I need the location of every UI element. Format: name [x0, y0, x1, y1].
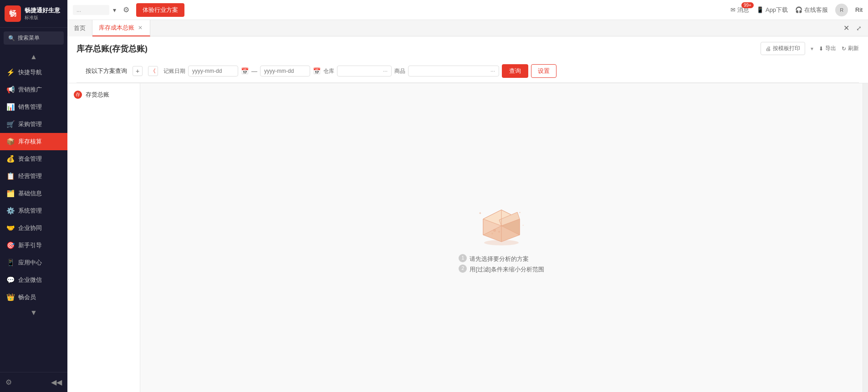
- sidebar-item-cooperation[interactable]: 🤝 企业协同: [0, 219, 67, 237]
- svg-text:●: ●: [522, 224, 524, 226]
- search-icon: 🔍: [8, 35, 15, 41]
- tip-item-2: 2 用[过滤]条件来缩小分析范围: [459, 264, 544, 275]
- tabbar-close-all-button[interactable]: ✕: [841, 23, 852, 34]
- inventory-icon: 📦: [6, 137, 15, 146]
- sidebar-footer: ⚙ ◀◀: [0, 372, 67, 392]
- logo-main: 畅捷通好生意: [25, 7, 60, 15]
- filter-bar: 按以下方案查询 + 《 记账日期 📅 — 📅 仓库 ··· 商品 ···: [77, 60, 859, 83]
- print-button[interactable]: 🖨 按模板打印: [761, 42, 805, 55]
- sidebar-item-member[interactable]: 👑 畅会员: [0, 289, 67, 306]
- tabbar: 首页 库存成本总账 ✕ ✕ ⤢: [67, 20, 868, 36]
- app-download-button[interactable]: 📱 App下载: [756, 6, 788, 14]
- query-button[interactable]: 查询: [502, 64, 528, 78]
- tab-home[interactable]: 首页: [67, 20, 92, 36]
- system-icon: ⚙️: [6, 207, 15, 215]
- username-label[interactable]: Rit: [855, 6, 863, 13]
- sidebar-nav: ▲ ⚡ 快捷导航 📢 营销推广 📊 销售管理 🛒 采购管理 📦 库存核算 💰 资…: [0, 48, 67, 372]
- content-body: ✦ ✦ ● 1 请先选择要分析的方案 2 用[过滤]条件来缩小分析范围: [140, 83, 863, 392]
- tip-num-1: 1: [459, 254, 467, 262]
- warehouse-select[interactable]: ···: [337, 66, 392, 76]
- cooperation-icon: 🤝: [6, 224, 15, 232]
- tabbar-actions: ✕ ⤢: [841, 23, 868, 34]
- industry-button[interactable]: 体验行业方案: [136, 3, 184, 17]
- topbar-settings-button[interactable]: ⚙: [120, 4, 133, 16]
- guide-icon: 🎯: [6, 241, 15, 249]
- wechat-icon: 💬: [6, 276, 15, 284]
- collapse-sidebar-button[interactable]: ◀◀: [49, 376, 64, 388]
- tab-inventory-ledger[interactable]: 库存成本总账 ✕: [92, 20, 150, 36]
- date-to-calendar-icon[interactable]: 📅: [313, 67, 321, 75]
- sidebar-search-area[interactable]: 🔍 搜索菜单: [0, 28, 67, 48]
- filter-add-button[interactable]: +: [133, 66, 143, 76]
- tabbar-expand-button[interactable]: ⤢: [853, 23, 864, 34]
- breadcrumb: ...: [73, 5, 109, 15]
- online-service-button[interactable]: 🎧 在线客服: [795, 6, 828, 14]
- sidebar-item-purchase[interactable]: 🛒 采购管理: [0, 116, 67, 133]
- main-panel: ✦ ✦ ● 1 请先选择要分析的方案 2 用[过滤]条件来缩小分析范围: [140, 83, 863, 392]
- date-separator: —: [251, 68, 257, 75]
- topbar: ... ▾ ⚙ 体验行业方案 ✉ 消息 99+ 📱 App下载 🎧 在线客服 R…: [67, 0, 868, 20]
- member-icon: 👑: [6, 293, 15, 301]
- avatar[interactable]: R: [835, 4, 848, 16]
- empty-illustration: ✦ ✦ ●: [474, 201, 529, 246]
- headset-icon: 🎧: [795, 6, 802, 13]
- main-content: ... ▾ ⚙ 体验行业方案 ✉ 消息 99+ 📱 App下载 🎧 在线客服 R…: [67, 0, 868, 392]
- tip-num-2: 2: [459, 265, 467, 273]
- topbar-nav-area: ... ▾ ⚙ 体验行业方案: [73, 3, 726, 17]
- svg-point-9: [491, 233, 493, 234]
- sidebar-item-system[interactable]: ⚙️ 系统管理: [0, 202, 67, 219]
- refresh-button[interactable]: ↻ 刷新: [842, 45, 859, 52]
- sidebar-item-guide[interactable]: 🎯 新手引导: [0, 237, 67, 254]
- logo-area: 畅 畅捷通好生意 标准版: [0, 0, 67, 28]
- tab-close-button[interactable]: ✕: [137, 25, 143, 31]
- tip-item-1: 1 请先选择要分析的方案: [459, 254, 544, 264]
- export-icon: ⬇: [819, 46, 823, 52]
- date-to-input[interactable]: [260, 66, 310, 76]
- scroll-down-button[interactable]: ▼: [0, 306, 67, 320]
- sidebar-item-finance[interactable]: 💰 资金管理: [0, 150, 67, 168]
- sidebar-item-inventory[interactable]: 📦 库存核算: [0, 133, 67, 150]
- page-title: 库存总账(存货总账): [77, 43, 148, 54]
- breadcrumb-dropdown-button[interactable]: ▾: [113, 6, 116, 14]
- date-from-input[interactable]: [188, 66, 238, 76]
- warehouse-label: 仓库: [323, 67, 334, 75]
- date-label: 记账日期: [163, 67, 185, 75]
- sidebar-item-marketing[interactable]: 📢 营销推广: [0, 81, 67, 98]
- print-dropdown-button[interactable]: ▾: [811, 46, 813, 52]
- export-button[interactable]: ⬇ 导出: [819, 45, 836, 52]
- date-from-calendar-icon[interactable]: 📅: [241, 67, 249, 75]
- sidebar-item-sales[interactable]: 📊 销售管理: [0, 98, 67, 116]
- purchase-icon: 🛒: [6, 120, 15, 128]
- svg-text:✦: ✦: [479, 211, 482, 215]
- sidebar-item-wechat[interactable]: 💬 企业微信: [0, 271, 67, 289]
- goods-select[interactable]: ···: [408, 66, 499, 76]
- marketing-icon: 📢: [6, 86, 15, 94]
- message-icon: ✉: [730, 6, 735, 13]
- scheme-item-inventory[interactable]: 存 存货总账: [67, 87, 140, 102]
- phone-icon: 📱: [756, 6, 764, 13]
- print-icon: 🖨: [766, 46, 771, 52]
- scheme-icon: 存: [74, 91, 82, 99]
- appcenter-icon: 📱: [6, 259, 15, 267]
- search-menu-button[interactable]: 🔍 搜索菜单: [4, 31, 64, 45]
- finance-icon: 💰: [6, 155, 15, 163]
- settings-footer-button[interactable]: ⚙: [4, 376, 14, 388]
- message-button[interactable]: ✉ 消息 99+: [730, 6, 749, 14]
- page-header: 库存总账(存货总账) 🖨 按模板打印 ▾ ⬇ 导出 ↻ 刷新 按以下方案查询: [67, 36, 868, 83]
- scroll-up-button[interactable]: ▲: [0, 50, 67, 64]
- sidebar-item-basic[interactable]: 🗂️ 基础信息: [0, 185, 67, 202]
- topbar-right: ✉ 消息 99+ 📱 App下载 🎧 在线客服 R Rit: [730, 4, 863, 16]
- sidebar: 畅 畅捷通好生意 标准版 🔍 搜索菜单 ▲ ⚡ 快捷导航 📢 营销推广 📊 销售…: [0, 0, 67, 392]
- gear-icon: ⚙: [123, 5, 129, 14]
- warehouse-select-icon: ···: [383, 68, 388, 74]
- sidebar-item-appcenter[interactable]: 📱 应用中心: [0, 254, 67, 271]
- filter-settings-button[interactable]: 设置: [531, 64, 557, 78]
- sidebar-item-operations[interactable]: 📋 经营管理: [0, 168, 67, 185]
- right-panel: [863, 83, 868, 392]
- sales-icon: 📊: [6, 103, 15, 111]
- logo-icon: 畅: [5, 5, 21, 22]
- empty-tips: 1 请先选择要分析的方案 2 用[过滤]条件来缩小分析范围: [459, 254, 544, 275]
- empty-state: ✦ ✦ ● 1 请先选择要分析的方案 2 用[过滤]条件来缩小分析范围: [459, 201, 544, 275]
- sidebar-item-quicknav[interactable]: ⚡ 快捷导航: [0, 64, 67, 81]
- filter-collapse-button[interactable]: 《: [148, 66, 158, 76]
